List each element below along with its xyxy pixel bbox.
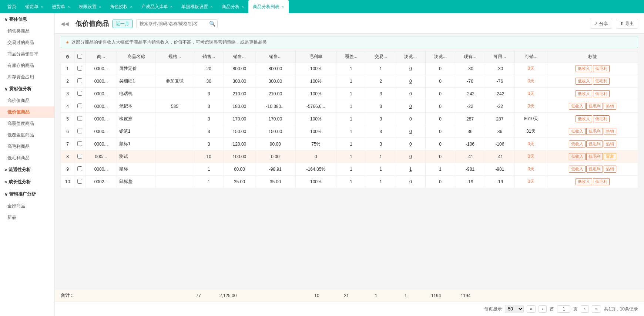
nav-template-settings[interactable]: 单据模板设置 × — [177, 0, 217, 13]
close-icon[interactable]: × — [99, 4, 101, 9]
cell-checkbox[interactable] — [74, 163, 85, 176]
row-checkbox[interactable] — [77, 66, 82, 71]
browse-link[interactable]: 0 — [409, 79, 412, 84]
cell-sale-amount: 170.00 — [255, 113, 295, 125]
close-icon[interactable]: × — [170, 4, 172, 9]
page-number-input[interactable] — [557, 305, 570, 313]
browse-link[interactable]: 0 — [409, 116, 412, 122]
sidebar-item-stock-capital[interactable]: 库存资金占用 — [0, 71, 54, 83]
row-checkbox[interactable] — [77, 91, 82, 96]
cell-current: -981 — [455, 163, 485, 176]
browse-link[interactable]: 0 — [409, 104, 412, 109]
next-page-btn[interactable]: › — [581, 305, 589, 313]
nav-permission[interactable]: 权限设置 × — [74, 0, 105, 13]
row-checkbox[interactable] — [77, 141, 82, 146]
browse-link[interactable]: 0 — [409, 179, 412, 184]
close-icon[interactable]: × — [67, 4, 70, 9]
sidebar-item-new-products[interactable]: 新品 — [0, 212, 54, 223]
nav-product-analysis-list[interactable]: 商品分析列表 × — [248, 0, 288, 13]
nav-role-auth[interactable]: 角色授权 × — [105, 0, 137, 13]
th-browse2[interactable]: 浏览... — [425, 51, 455, 62]
th-sale-qty[interactable]: 销售... — [194, 51, 224, 62]
browse-link[interactable]: 0 — [409, 129, 412, 134]
th-sale-price[interactable]: 销售... — [224, 51, 255, 62]
cell-checkbox[interactable] — [74, 125, 85, 138]
sidebar-group-liquidity[interactable]: > 流通性分析 — [0, 164, 54, 176]
browse-link[interactable]: 0 — [409, 142, 412, 147]
share-button[interactable]: ↗ 分享 — [590, 19, 612, 29]
th-settings[interactable]: ⚙ — [61, 51, 74, 62]
th-browse1[interactable]: 浏览... — [396, 51, 425, 62]
cell-checkbox[interactable] — [74, 88, 85, 100]
close-icon[interactable]: × — [130, 4, 132, 9]
row-checkbox[interactable] — [77, 103, 82, 108]
tag-badge: 低收入 — [576, 90, 592, 97]
th-trade[interactable]: 交易... — [366, 51, 396, 62]
th-current[interactable]: 现有... — [455, 51, 485, 62]
browse-link[interactable]: 1 — [409, 167, 412, 172]
browse-link[interactable]: 0 — [409, 66, 412, 71]
th-salable[interactable]: 可销... — [515, 51, 547, 62]
row-checkbox[interactable] — [77, 129, 82, 133]
browse-link[interactable]: 0 — [409, 154, 412, 159]
cell-checkbox[interactable] — [74, 100, 85, 113]
nav-purchase-order[interactable]: 进货单 × — [47, 0, 74, 13]
sidebar-item-high-value[interactable]: 高价值商品 — [0, 95, 54, 106]
row-checkbox[interactable] — [77, 78, 82, 83]
row-checkbox[interactable] — [77, 154, 82, 159]
pagination-bar: 每页显示 50 100 200 « ‹ 首 页 › » 共1页，10条记录 — [55, 302, 644, 316]
th-sale-amount[interactable]: 销售... — [255, 51, 295, 62]
date-filter-btn[interactable]: 近一月 — [113, 20, 133, 28]
sidebar-item-sales-products[interactable]: 销售类商品 — [0, 26, 54, 37]
last-page-btn[interactable]: » — [592, 305, 601, 313]
th-available[interactable]: 可用... — [485, 51, 514, 62]
sidebar-item-high-profit[interactable]: 高毛利商品 — [0, 141, 54, 152]
sidebar-item-low-coverage[interactable]: 低覆盖度商品 — [0, 129, 54, 141]
nav-product-analysis[interactable]: 商品分析 × — [217, 0, 248, 13]
th-code[interactable]: 商... — [85, 51, 117, 62]
th-coverage[interactable]: 覆盖... — [336, 51, 366, 62]
th-name[interactable]: 商品名称 — [117, 51, 155, 62]
close-icon[interactable]: × — [242, 4, 244, 9]
row-checkbox[interactable] — [77, 116, 82, 121]
nav-product-stock[interactable]: 产成品入库单 × — [137, 0, 177, 13]
close-icon[interactable]: × — [210, 4, 212, 9]
sidebar-item-all-products[interactable]: 全部商品 — [0, 200, 54, 212]
select-all-checkbox[interactable] — [77, 54, 82, 59]
sidebar-item-category-sales-rate[interactable]: 商品分类销售率 — [0, 48, 54, 60]
sidebar-collapse-btn[interactable]: ◀◀ — [61, 17, 72, 30]
row-checkbox[interactable] — [77, 166, 82, 171]
cell-checkbox[interactable] — [74, 62, 85, 75]
sidebar-item-low-value[interactable]: 低价值商品 — [0, 106, 54, 118]
browse-link[interactable]: 0 — [409, 91, 412, 96]
cell-sale-amount: 210.00 — [255, 88, 295, 100]
table-area[interactable]: ⚙ 商... 商品名称 规格... 销售... 销售... 销售... 毛利率 … — [55, 51, 644, 289]
cell-checkbox[interactable] — [74, 150, 85, 163]
sidebar-item-high-coverage[interactable]: 高覆盖度商品 — [0, 118, 54, 129]
row-checkbox[interactable] — [77, 179, 82, 184]
th-gross-margin[interactable]: 毛利率 — [295, 51, 336, 62]
close-icon[interactable]: × — [282, 4, 284, 9]
search-input[interactable] — [136, 19, 218, 28]
prev-page-btn[interactable]: ‹ — [539, 305, 547, 313]
nav-home[interactable]: 首页 — [3, 0, 21, 13]
th-tags[interactable]: 标签 — [547, 51, 638, 62]
sidebar-item-low-profit[interactable]: 低毛利商品 — [0, 152, 54, 164]
page-size-select[interactable]: 50 100 200 — [505, 305, 524, 313]
cell-checkbox[interactable] — [74, 113, 85, 125]
th-spec[interactable]: 规格... — [155, 51, 194, 62]
cell-checkbox[interactable] — [74, 138, 85, 150]
sidebar-group-contribution[interactable]: ∨ 贡献值分析 — [0, 83, 54, 95]
cell-checkbox[interactable] — [74, 75, 85, 88]
sidebar-group-overall[interactable]: ∨ 整体信息 — [0, 13, 54, 26]
first-page-btn[interactable]: « — [527, 305, 536, 313]
th-checkbox[interactable] — [74, 51, 85, 62]
cell-checkbox[interactable] — [74, 176, 85, 188]
close-icon[interactable]: × — [41, 4, 43, 9]
sidebar-item-stock-products[interactable]: 有库存的商品 — [0, 60, 54, 71]
sidebar-group-growth[interactable]: > 成长性分析 — [0, 176, 54, 188]
sidebar-group-marketing[interactable]: ∨ 营销推广分析 — [0, 188, 54, 200]
nav-sales-order[interactable]: 销货单 × — [21, 0, 47, 13]
export-button[interactable]: ⬆ 导出 — [616, 19, 638, 29]
sidebar-item-traded-products[interactable]: 交易过的商品 — [0, 37, 54, 48]
